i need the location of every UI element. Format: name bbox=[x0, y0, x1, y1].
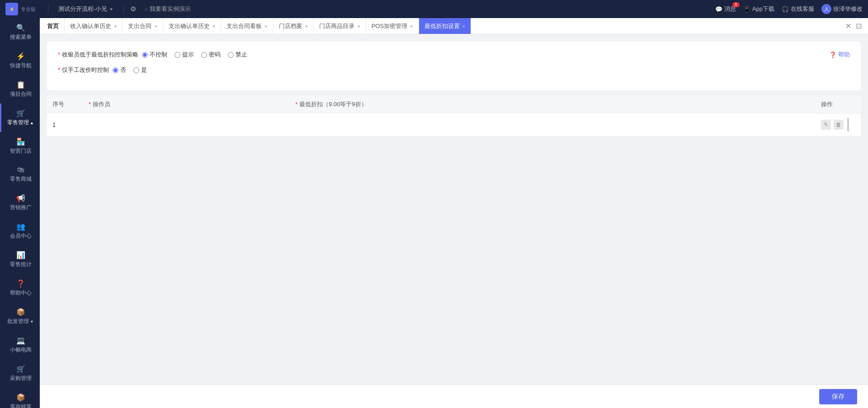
online-service-label: 在线客服 bbox=[791, 5, 814, 13]
cell-actions: ✎ 🗑 bbox=[816, 113, 861, 136]
sidebar-item-retail-stats[interactable]: 📊 零售统计 bbox=[0, 245, 40, 274]
sidebar-item-purchase-mgmt[interactable]: 🛒 采购管理 bbox=[0, 359, 40, 388]
user-button[interactable]: 人 徐泽华修改 bbox=[821, 4, 863, 14]
sidebar-item-ecommerce[interactable]: 💻 小畅电商 bbox=[0, 331, 40, 359]
manual-price-radio-group: 否 是 bbox=[113, 66, 147, 74]
tab-payment-board[interactable]: 支出合同看板 × bbox=[221, 18, 273, 34]
sidebar-item-marketing[interactable]: 📢 营销推广 bbox=[0, 188, 40, 217]
delete-row-button[interactable]: 🗑 bbox=[834, 120, 844, 130]
radio-password[interactable]: 密码 bbox=[201, 51, 221, 59]
top-bar-right: 💬 消息 8 📱 App下载 🎧 在线客服 人 徐泽华修改 bbox=[715, 4, 863, 14]
col-operator: * 操作员 bbox=[83, 96, 290, 113]
cell-seq: 1 bbox=[47, 113, 83, 136]
online-store-icon: 🛍 bbox=[17, 166, 24, 174]
radio-remind[interactable]: 提示 bbox=[175, 51, 194, 59]
chevron-down-icon: ▼ bbox=[30, 319, 34, 324]
inventory-icon: 📦 bbox=[16, 393, 25, 402]
tab-payment-contract-close[interactable]: × bbox=[154, 23, 157, 29]
help-label: 帮助 bbox=[838, 51, 850, 59]
sidebar-item-online-store-label: 零售商城 bbox=[10, 175, 32, 183]
tab-min-discount-close[interactable]: × bbox=[462, 23, 465, 29]
tab-payment-confirm-history[interactable]: 支出确认单历史 × bbox=[163, 18, 221, 34]
sidebar-item-retail-label: 零售管理 bbox=[7, 119, 29, 127]
tab-pos-mgmt-label: POS加密管理 bbox=[372, 22, 407, 30]
tab-pos-mgmt-close[interactable]: × bbox=[410, 23, 413, 29]
sidebar-item-marketing-label: 营销推广 bbox=[10, 204, 32, 211]
edit-row-button[interactable]: ✎ bbox=[821, 120, 831, 130]
project-name: 测试分开流程-小兄 bbox=[58, 5, 107, 13]
demo-button[interactable]: ○ 我要看实例演示 bbox=[144, 5, 191, 13]
manual-price-row: 仅手工改价时控制 否 是 bbox=[58, 66, 850, 74]
page-content: 收银员低于最低折扣控制策略 不控制 提示 密码 bbox=[40, 34, 868, 385]
tab-home-label: 首页 bbox=[47, 22, 59, 30]
sidebar-item-shortcuts[interactable]: ⚡ 快捷导航 bbox=[0, 47, 40, 75]
sidebar-item-member-center[interactable]: 👥 会员中心 bbox=[0, 217, 40, 245]
tab-income-history[interactable]: 收入确认单历史 × bbox=[65, 18, 123, 34]
save-button[interactable]: 保存 bbox=[819, 389, 857, 404]
tab-store-files-close[interactable]: × bbox=[305, 23, 308, 29]
radio-no[interactable]: 否 bbox=[113, 66, 126, 74]
online-service-button[interactable]: 🎧 在线客服 bbox=[782, 5, 814, 13]
cashier-policy-label: 收银员低于最低折扣控制策略 bbox=[58, 51, 138, 59]
sidebar-item-member-label: 会员中心 bbox=[10, 232, 32, 240]
sidebar: 🔍 搜索菜单 ⚡ 快捷导航 📋 项目合同 🛒 零售管理 ▲ 🏪 智营门店 🛍 bbox=[0, 18, 40, 408]
form-panel: 收银员低于最低折扣控制策略 不控制 提示 密码 bbox=[47, 42, 861, 90]
row-scrollbar bbox=[847, 118, 849, 131]
tab-payment-board-close[interactable]: × bbox=[264, 23, 267, 29]
tab-close-all-button[interactable]: ✕ bbox=[844, 21, 852, 31]
divider-1 bbox=[48, 5, 48, 14]
sidebar-item-search[interactable]: 🔍 搜索菜单 bbox=[0, 18, 40, 47]
project-selector[interactable]: 测试分开流程-小兄 ▼ bbox=[55, 5, 117, 13]
radio-no-control[interactable]: 不控制 bbox=[142, 51, 167, 59]
contract-icon: 📋 bbox=[16, 80, 25, 89]
help-icon: ❓ bbox=[16, 279, 25, 288]
tab-expand-button[interactable]: ⊡ bbox=[855, 21, 863, 31]
radio-no-label: 否 bbox=[120, 66, 126, 74]
service-icon: 🎧 bbox=[782, 6, 789, 13]
sidebar-item-retail-mgmt[interactable]: 🛒 零售管理 ▲ bbox=[0, 103, 40, 132]
tab-home[interactable]: 首页 bbox=[42, 18, 65, 34]
sidebar-item-contract-label: 项目合同 bbox=[10, 90, 32, 98]
help-icon: ❓ bbox=[829, 52, 836, 58]
radio-password-input[interactable] bbox=[201, 52, 207, 58]
sidebar-item-wholesale-mgmt[interactable]: 📦 批发管理 ▼ bbox=[0, 302, 40, 331]
sidebar-item-inventory[interactable]: 📦 库存核算 bbox=[0, 388, 40, 408]
sidebar-item-help-center[interactable]: ❓ 帮助中心 bbox=[0, 274, 40, 302]
download-icon: 📱 bbox=[743, 6, 750, 13]
tab-min-discount[interactable]: 最低折扣设置 × bbox=[419, 18, 471, 34]
radio-yes[interactable]: 是 bbox=[133, 66, 147, 74]
message-icon: 💬 bbox=[715, 6, 722, 13]
table-panel: 序号 * 操作员 * 最低折扣（9.00等于9折） 操作 bbox=[47, 96, 861, 136]
tab-store-files-label: 门店档案 bbox=[279, 22, 302, 30]
manual-price-label: 仅手工改价时控制 bbox=[58, 66, 109, 74]
radio-remind-input[interactable] bbox=[175, 52, 180, 58]
sidebar-item-online-store[interactable]: 🛍 零售商城 bbox=[0, 160, 40, 188]
action-icons: ✎ 🗑 bbox=[821, 118, 855, 131]
user-avatar-icon: 人 bbox=[821, 4, 831, 14]
radio-forbid[interactable]: 禁止 bbox=[228, 51, 247, 59]
tab-payment-confirm-close[interactable]: × bbox=[212, 23, 215, 29]
help-button[interactable]: ❓ 帮助 bbox=[829, 51, 850, 59]
tab-pos-mgmt[interactable]: POS加密管理 × bbox=[366, 18, 419, 34]
radio-yes-input[interactable] bbox=[133, 67, 139, 73]
radio-no-control-input[interactable] bbox=[142, 52, 148, 58]
radio-forbid-input[interactable] bbox=[228, 52, 234, 58]
ecommerce-icon: 💻 bbox=[16, 336, 25, 345]
app-download-button[interactable]: 📱 App下载 bbox=[743, 5, 774, 13]
tab-store-files[interactable]: 门店档案 × bbox=[274, 18, 314, 34]
settings-icon[interactable]: ⚙ bbox=[130, 5, 136, 13]
sidebar-item-project-contract[interactable]: 📋 项目合同 bbox=[0, 75, 40, 103]
messages-button[interactable]: 💬 消息 8 bbox=[715, 5, 736, 13]
sidebar-item-smart-store[interactable]: 🏪 智营门店 bbox=[0, 132, 40, 160]
tab-store-catalog-close[interactable]: × bbox=[357, 23, 360, 29]
table-row: 1 ✎ bbox=[47, 113, 861, 136]
tab-payment-contract[interactable]: 支出合同 × bbox=[123, 18, 163, 34]
radio-no-input[interactable] bbox=[113, 67, 118, 73]
sidebar-item-inventory-label: 库存核算 bbox=[10, 403, 32, 408]
tab-store-catalog[interactable]: 门店商品目录 × bbox=[314, 18, 366, 34]
col-seq: 序号 bbox=[47, 96, 83, 113]
tab-income-history-close[interactable]: × bbox=[114, 23, 117, 29]
discount-table: 序号 * 操作员 * 最低折扣（9.00等于9折） 操作 bbox=[47, 96, 861, 136]
app-logo: ⚡ 专业版 bbox=[5, 3, 42, 15]
sidebar-item-shortcuts-label: 快捷导航 bbox=[10, 62, 32, 70]
